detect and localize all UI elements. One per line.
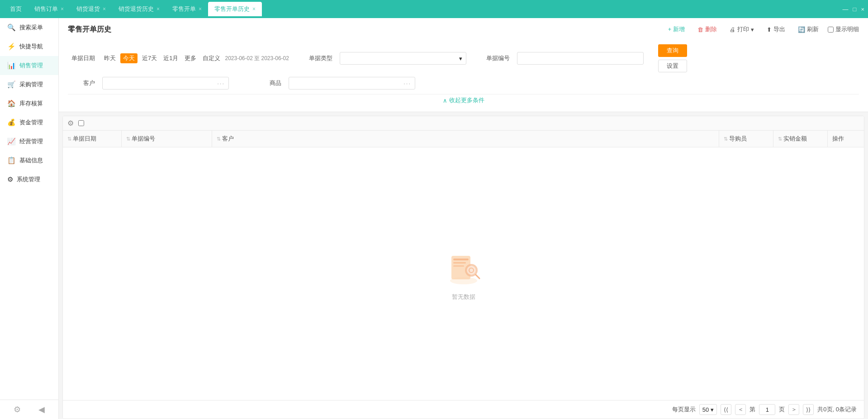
show-detail-checkbox[interactable] xyxy=(828,27,834,33)
sidebar-item-inventory-label: 库存核算 xyxy=(19,99,43,108)
filter-area: 单据日期 昨天 今天 近7天 近1月 更多 自定义 2023-06-02 至 2… xyxy=(68,40,859,112)
print-button[interactable]: 🖨 打印 ▾ xyxy=(726,24,758,35)
export-button[interactable]: ⬆ 导出 xyxy=(763,24,789,35)
page-label-post: 页 xyxy=(779,405,785,414)
th-no-label: 单据编号 xyxy=(132,135,155,143)
tab-sales-return-history-close[interactable]: × xyxy=(157,6,160,12)
customer-label: 客户 xyxy=(68,79,95,87)
table-header: ⇅ 单据日期 ⇅ 单据编号 ⇅ 客户 ⇅ 导购员 ⇅ 实销金额 xyxy=(63,131,864,147)
sidebar-item-sales[interactable]: 📊 销售管理 xyxy=(0,56,58,75)
collapse-up-icon: ∧ xyxy=(443,97,447,104)
tab-sales-order-close[interactable]: × xyxy=(61,6,64,12)
type-select[interactable]: ▾ xyxy=(340,52,466,65)
refresh-button[interactable]: 🔄 刷新 xyxy=(794,24,822,35)
page-size-select[interactable]: 50 ▾ xyxy=(699,404,717,415)
query-button[interactable]: 查询 xyxy=(658,44,687,57)
delete-button-label: 删除 xyxy=(705,25,717,33)
tab-retail-open-history-close[interactable]: × xyxy=(252,6,256,12)
table-container: ⚙ ⇅ 单据日期 ⇅ 单据编号 ⇅ 客户 ⇅ 导购员 xyxy=(62,116,864,419)
tab-sales-return-history[interactable]: 销货退货历史 × xyxy=(112,2,166,16)
page-prev-btn[interactable]: ＜ xyxy=(735,404,746,415)
type-select-chevron: ▾ xyxy=(459,55,462,62)
toolbar: + 新增 🗑 删除 🖨 打印 ▾ ⬆ 导出 xyxy=(664,24,859,35)
add-button[interactable]: + 新增 xyxy=(664,24,688,35)
search-icon: 🔍 xyxy=(7,24,16,32)
svg-rect-2 xyxy=(453,259,469,260)
sidebar-collapse-icon[interactable]: ◀ xyxy=(38,405,45,414)
tab-home[interactable]: 首页 xyxy=(4,2,28,16)
th-action: 操作 xyxy=(828,131,864,147)
th-amount: ⇅ 实销金额 xyxy=(773,131,828,147)
th-guide-sort[interactable]: ⇅ xyxy=(724,136,728,142)
th-no-sort[interactable]: ⇅ xyxy=(126,136,130,142)
show-detail-toggle[interactable]: 显示明细 xyxy=(828,25,859,33)
window-max[interactable]: □ xyxy=(853,6,857,13)
page-next-btn[interactable]: ＞ xyxy=(788,404,799,415)
date-more-btn[interactable]: 更多 xyxy=(183,53,198,63)
tab-sales-return[interactable]: 销货退货 × xyxy=(70,2,112,16)
tab-home-label: 首页 xyxy=(10,5,22,13)
delete-icon: 🗑 xyxy=(697,26,703,33)
sidebar-item-basic-label: 基础信息 xyxy=(19,156,43,165)
product-select[interactable]: ··· xyxy=(289,77,415,89)
tab-sales-order[interactable]: 销售订单 × xyxy=(28,2,70,16)
sidebar: 🔍 搜索采单 ⚡ 快捷导航 📊 销售管理 🛒 采购管理 🏠 库存核算 💰 资金管… xyxy=(0,18,59,419)
customer-select[interactable]: ··· xyxy=(102,77,229,89)
window-close[interactable]: × xyxy=(861,6,864,13)
delete-button[interactable]: 🗑 删除 xyxy=(694,24,721,35)
th-customer: ⇅ 客户 xyxy=(212,131,719,147)
collapse-bar[interactable]: ∧ 收起更多条件 xyxy=(68,94,859,106)
sidebar-item-basic[interactable]: 📋 基础信息 xyxy=(0,151,58,170)
tab-retail-open[interactable]: 零售开单 × xyxy=(166,2,208,16)
th-guide: ⇅ 导购员 xyxy=(719,131,773,147)
sidebar-item-purchase[interactable]: 🛒 采购管理 xyxy=(0,75,58,94)
sidebar-item-inventory[interactable]: 🏠 库存核算 xyxy=(0,94,58,113)
date-yesterday-btn[interactable]: 昨天 xyxy=(102,53,118,63)
main-layout: 🔍 搜索采单 ⚡ 快捷导航 📊 销售管理 🛒 采购管理 🏠 库存核算 💰 资金管… xyxy=(0,18,868,419)
table-body: 暂无数据 xyxy=(63,147,864,400)
sidebar-item-finance[interactable]: 💰 资金管理 xyxy=(0,113,58,132)
print-button-label: 打印 xyxy=(737,25,749,33)
tab-retail-open-close[interactable]: × xyxy=(199,6,202,12)
sidebar-item-operations[interactable]: 📈 经营管理 xyxy=(0,132,58,151)
date-7days-btn[interactable]: 近7天 xyxy=(140,53,159,63)
tab-sales-return-history-label: 销货退货历史 xyxy=(119,5,154,13)
print-dropdown-icon: ▾ xyxy=(751,26,754,33)
page-size-label: 每页显示 xyxy=(672,405,696,414)
th-date: ⇅ 单据日期 xyxy=(63,131,122,147)
window-min[interactable]: — xyxy=(843,6,849,13)
tab-retail-open-label: 零售开单 xyxy=(172,5,196,13)
system-icon: ⚙ xyxy=(7,175,13,184)
filter-settings-button[interactable]: 设置 xyxy=(658,60,687,72)
date-1month-btn[interactable]: 近1月 xyxy=(161,53,180,63)
inventory-icon: 🏠 xyxy=(7,99,16,108)
sidebar-item-sales-label: 销售管理 xyxy=(19,61,43,70)
sidebar-item-system-label: 系统管理 xyxy=(17,175,40,184)
tab-sales-return-close[interactable]: × xyxy=(103,6,106,12)
no-input[interactable] xyxy=(517,52,644,65)
date-today-btn[interactable]: 今天 xyxy=(120,53,138,63)
sidebar-item-operations-label: 经营管理 xyxy=(19,137,43,146)
page-num-input[interactable]: 1 xyxy=(759,404,775,415)
table-settings-icon[interactable]: ⚙ xyxy=(67,119,74,127)
sidebar-item-search[interactable]: 🔍 搜索采单 xyxy=(0,18,58,37)
sidebar-settings-icon[interactable]: ⚙ xyxy=(14,405,21,414)
page-first-btn[interactable]: ⟨⟨ xyxy=(721,404,731,415)
sidebar-item-system[interactable]: ⚙ 系统管理 xyxy=(0,170,58,189)
page-last-btn[interactable]: ⟩⟩ xyxy=(803,404,814,415)
page-title-row: 零售开单历史 + 新增 🗑 删除 🖨 打印 ▾ ⬆ xyxy=(68,24,859,40)
select-all-checkbox[interactable] xyxy=(78,120,84,126)
tab-retail-open-history[interactable]: 零售开单历史 × xyxy=(208,2,262,16)
finance-icon: 💰 xyxy=(7,118,16,127)
th-amount-sort[interactable]: ⇅ xyxy=(778,136,782,142)
type-label: 单据类型 xyxy=(296,54,332,62)
th-guide-label: 导购员 xyxy=(729,135,747,143)
sidebar-item-quick-nav[interactable]: ⚡ 快捷导航 xyxy=(0,37,58,56)
date-label: 单据日期 xyxy=(68,54,95,62)
filter-row-1: 单据日期 昨天 今天 近7天 近1月 更多 自定义 2023-06-02 至 2… xyxy=(68,44,859,72)
date-custom-btn[interactable]: 自定义 xyxy=(201,53,222,63)
sidebar-item-finance-label: 资金管理 xyxy=(19,118,43,127)
th-date-sort[interactable]: ⇅ xyxy=(67,136,71,142)
th-customer-sort[interactable]: ⇅ xyxy=(217,136,221,142)
page-header: 零售开单历史 + 新增 🗑 删除 🖨 打印 ▾ ⬆ xyxy=(59,18,868,112)
